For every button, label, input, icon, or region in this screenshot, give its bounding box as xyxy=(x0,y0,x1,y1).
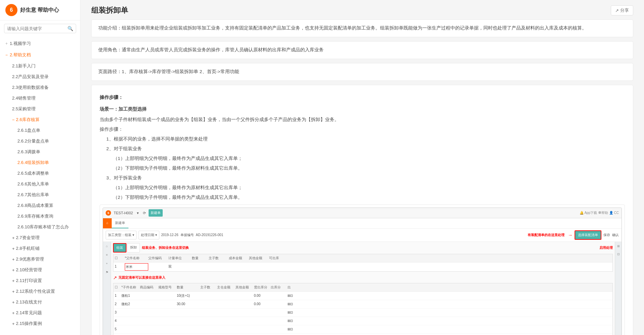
annotation4-row: ↗ 无固定清单可以直接在这里录入 xyxy=(113,273,613,282)
sim-tab-new[interactable]: 新建单 xyxy=(112,218,128,228)
sim-select-btn[interactable]: 选择装配清单 xyxy=(575,230,601,240)
sidebar-item-count[interactable]: 2.6.1盘点单 xyxy=(0,125,80,136)
sidebar-item-cost-adjust[interactable]: 2.6.5成本调整单 xyxy=(0,168,80,179)
sim-lower-row-3: 3 ⊞⊡ xyxy=(113,309,612,317)
sidebar-header: 6 好生意 帮助中心 xyxy=(0,0,80,20)
step3-1: （1）上部明细为父件明细，最终作为原材料生成其它出库单； xyxy=(100,183,625,192)
sidebar-item-stock-error[interactable]: 2.6.10库存账本错了怎么办 xyxy=(0,222,80,232)
sidebar-item-purchase[interactable]: 2.5采购管理 xyxy=(0,104,80,114)
sim-lower-header: ☐ *子件名称 商品编码 规格型号 数量 主子数 主仓金额 其他金额 需出库分 xyxy=(113,283,612,292)
sim-right-panel: ⊞ ⊡ xyxy=(615,242,622,335)
sidebar-item-docs[interactable]: − 2.帮助文档 xyxy=(0,49,80,61)
collapse-icon: − xyxy=(5,53,8,57)
share-button[interactable]: ↗ 分享 xyxy=(611,5,633,15)
sim-toolbar: 加工类型：组装 ▾ 处理日期 ▾ 2019-12-26 单据编号 AD-2019… xyxy=(103,229,622,242)
sim-dropdown-icon: ▾ xyxy=(137,209,139,217)
sim-date-select[interactable]: 处理日期 ▾ xyxy=(139,231,159,239)
step2: 2、对于组装业务 xyxy=(100,144,625,153)
annotation4-text: 无固定清单可以直接在这里录入 xyxy=(118,274,165,281)
page-title: 组装拆卸单 xyxy=(91,5,128,15)
step2-1: （1）上部明细为父件明细，最终作为产成品生成其它入库单； xyxy=(100,154,625,163)
sidebar-item-capital[interactable]: +2.7资金管理 xyxy=(0,232,80,243)
annotation1-arrow: → xyxy=(568,230,573,240)
sim-save-btn[interactable]: 保存 xyxy=(603,232,610,238)
annotation3-text: 启用处理 xyxy=(599,244,613,251)
sidebar-item-other-out[interactable]: 2.6.7其他出库单 xyxy=(0,189,80,200)
screenshot-container: 6 TEST-H002 ▾ ⟳ 新建单 🔔 App下载 🛠帮助 👤 CC ⌂ 新… xyxy=(100,205,625,335)
sidebar-item-inventory[interactable]: − 2.6库存核算 xyxy=(0,114,80,125)
main-content: 组装拆卸单 ↗ 分享 功能介绍：组装拆卸单用来处理企业组装或拆卸等加工业务，支持… xyxy=(80,0,644,335)
sidebar-item-new[interactable]: 2.1新手入门 xyxy=(0,61,80,71)
sidebar-item-sales[interactable]: 2.4销售管理 xyxy=(0,93,80,104)
search-box[interactable]: 🔍 xyxy=(4,24,76,33)
brand-name: 好生意 帮助中心 xyxy=(20,7,59,14)
sidebar-item-ops[interactable]: +2.10经营管理 xyxy=(0,265,80,275)
sim-part-name: 米米 xyxy=(125,263,148,271)
sim-main-area: 组装 拆卸 组装业务、拆卸业务在这里切换 启用处理 xyxy=(111,242,615,335)
sim-top-id: TEST-H002 xyxy=(114,209,133,217)
sim-lower-row-6: 6 ⊞⊡ xyxy=(113,334,612,335)
sim-date-val: 2019-12-26 xyxy=(161,232,178,238)
sim-sub-tabs-row: 组装 拆卸 组装业务、拆卸业务在这里切换 启用处理 xyxy=(113,243,613,253)
sidebar-item-cost-recalc[interactable]: 2.6.8商品成本重算 xyxy=(0,200,80,211)
scene1-desc: 当由多个子件材料组装成一个成品的业务为【组装】业务，当由一个父件拆分成多个子产品… xyxy=(100,115,625,124)
sim-nav-bar: ⌂ 新建单 xyxy=(103,218,622,229)
sim-sub-tabs: 组装 拆卸 xyxy=(113,243,140,253)
sidebar-item-cases[interactable]: +2.15操作案例 xyxy=(0,318,80,329)
sim-lower-row-1: 1 微粒1 10(含+1) 0.00 xyxy=(113,292,612,300)
path-text: 页面路径：1、库存核算->库存管理->组装拆卸单 2、首页->常用功能 xyxy=(98,69,239,74)
sim-no-val: AD-20191226-001 xyxy=(196,232,223,238)
search-input[interactable] xyxy=(7,26,67,31)
steps-title: 操作步骤： xyxy=(100,93,625,102)
sidebar-item-other-in[interactable]: 2.6.6其他入库单 xyxy=(0,179,80,189)
sim-body: ⌂ ≡ + ⚑ 组装 拆卸 xyxy=(103,242,622,335)
annotation2-text: 组装业务、拆卸业务在这里切换 xyxy=(142,244,189,251)
sim-tab-disassemble[interactable]: 拆卸 xyxy=(127,243,140,253)
sim-lower-row-4: 4 ⊞⊡ xyxy=(113,317,612,325)
sidebar-item-assemble[interactable]: 2.6.4组装拆卸单 xyxy=(0,157,80,168)
sidebar-item-partial[interactable]: 2.6.2分量盘点单 xyxy=(0,136,80,147)
sim-top-bar: 6 TEST-H002 ▾ ⟳ 新建单 🔔 App下载 🛠帮助 👤 CC xyxy=(103,208,622,218)
sim-right-icon1: ⊞ xyxy=(617,243,620,249)
nav-section: + 1.视频学习 − 2.帮助文档 2.1新手入门 2.2产品安装及登录 2.3… xyxy=(0,37,80,330)
step1: 1、根据不同的业务，选择不同单据的类型来处理 xyxy=(100,134,625,144)
sim-right-icon2: ⊡ xyxy=(617,251,620,257)
sim-left-panel: ⌂ ≡ + ⚑ xyxy=(103,242,111,335)
role-text: 使用角色：通常由生产人员或库管人员完成拆装业务的操作，库管人员确认原材料的出库和… xyxy=(98,47,324,52)
annotation4-arrow: ↗ xyxy=(113,273,117,282)
sim-lower-row-5: 5 ⊞⊡ xyxy=(113,325,612,334)
sidebar: 6 好生意 帮助中心 🔍 + 1.视频学习 − 2.帮助文档 2.1新手入门 2… xyxy=(0,0,80,335)
sidebar-item-install[interactable]: 2.2产品安装及登录 xyxy=(0,71,80,82)
sim-upper-header: ☐ *父件名称 父件编码 计量单位 数量 主子数 成本金额 其他金额 可出库 xyxy=(113,254,612,263)
intro-block: 功能介绍：组装拆卸单用来处理企业组装或拆卸等加工业务，支持有固定装配清单的产品加… xyxy=(91,19,633,37)
sim-icon-list: ≡ xyxy=(106,252,108,258)
step2-2: （2）下部明细为子件明细，最终作为原材料生成其它出库单。 xyxy=(100,164,625,173)
scene1-title: 场景一：加工类型选择 xyxy=(100,105,625,114)
sim-type-select[interactable]: 加工类型：组装 ▾ xyxy=(106,231,137,239)
sidebar-item-online-pay[interactable]: +2.13在线支付 xyxy=(0,297,80,308)
content-area: 功能介绍：组装拆卸单用来处理企业组装或拆卸等加工业务，支持有固定装配清单的产品加… xyxy=(80,19,644,335)
sim-confirm-btn[interactable]: 确认 xyxy=(612,232,619,238)
step3: 3、对于拆装业务 xyxy=(100,173,625,182)
role-block: 使用角色：通常由生产人员或库管人员完成拆装业务的操作，库管人员确认原材料的出库和… xyxy=(91,41,633,59)
sim-sync-icon: ⟳ xyxy=(143,209,146,217)
sidebar-item-stock-check[interactable]: 2.6.9库存账本查询 xyxy=(0,211,80,222)
sidebar-item-custom[interactable]: +2.12系统个性化设置 xyxy=(0,286,80,297)
steps-sub-title: 操作步骤： xyxy=(100,125,625,134)
sidebar-item-video[interactable]: + 1.视频学习 xyxy=(0,38,80,49)
sim-new-btn[interactable]: 新建单 xyxy=(149,209,163,217)
share-icon: ↗ xyxy=(615,8,619,13)
sidebar-item-coupon[interactable]: +2.9优惠券管理 xyxy=(0,254,80,265)
sim-screenshot: 6 TEST-H002 ▾ ⟳ 新建单 🔔 App下载 🛠帮助 👤 CC ⌂ 新… xyxy=(103,208,622,335)
sidebar-item-faq[interactable]: +2.14常见问题 xyxy=(0,308,80,318)
path-block: 页面路径：1、库存核算->库存管理->组装拆卸单 2、首页->常用功能 xyxy=(91,63,633,81)
sidebar-item-mobile[interactable]: +2.8手机旺铺 xyxy=(0,243,80,254)
sidebar-item-prepare[interactable]: 2.3使用前数据准备 xyxy=(0,82,80,93)
search-icon[interactable]: 🔍 xyxy=(67,26,73,31)
sim-icon-add: + xyxy=(106,261,108,267)
sidebar-item-adjust[interactable]: 2.6.3调拨单 xyxy=(0,147,80,157)
sim-lower-row-2: 2 微粒2 30.00 0.00 xyxy=(113,300,612,309)
expand-icon: + xyxy=(5,41,8,46)
sim-tab-assemble[interactable]: 组装 xyxy=(113,243,126,253)
sidebar-item-print[interactable]: +2.11打印设置 xyxy=(0,275,80,286)
